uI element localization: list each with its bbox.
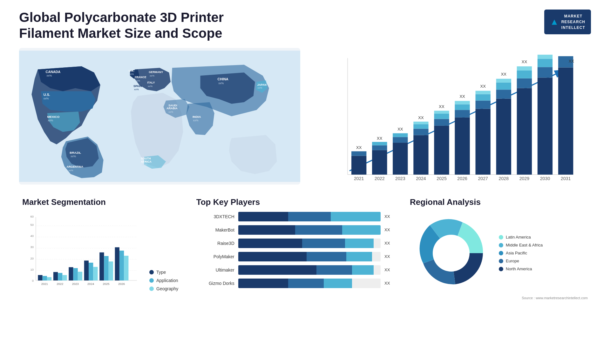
bar-seg2 [316,265,352,275]
svg-rect-88 [538,67,552,78]
svg-rect-119 [69,267,73,280]
players-container: Top Key Players 3DXTECH XX MakerBot [193,194,397,321]
label-middle-east: Middle East & Africa [506,243,543,247]
svg-text:GERMANY: GERMANY [149,71,163,74]
svg-text:2022: 2022 [375,176,385,181]
svg-text:30: 30 [30,245,34,249]
svg-text:XX: XX [460,94,465,99]
svg-text:SPAIN: SPAIN [133,84,142,87]
player-bar-ultimaker [238,265,381,275]
svg-text:XX: XX [439,104,445,109]
donut-area: Latin America Middle East & Africa Asia … [410,212,588,294]
svg-text:50: 50 [30,223,34,226]
svg-rect-75 [496,98,511,174]
legend-dot-application [149,278,154,283]
svg-text:XX: XX [418,115,424,120]
player-row-makerbot: MakerBot XX [196,225,394,235]
svg-text:2030: 2030 [540,176,550,181]
legend-item-type: Type [149,270,178,275]
bar-seg3 [345,239,374,248]
svg-rect-42 [372,145,387,150]
bar-seg3 [352,265,373,275]
svg-text:ARABIA: ARABIA [166,107,178,110]
bar-seg3 [342,225,381,235]
legend-latin-america: Latin America [499,235,543,239]
svg-text:MEXICO: MEXICO [47,115,60,118]
label-europe: Europe [506,259,519,263]
label-north-america: North America [506,266,532,271]
bar-seg3 [331,212,381,221]
svg-text:CHINA: CHINA [218,77,228,81]
svg-text:XX: XX [569,59,574,64]
bar-seg1 [238,265,317,275]
player-name-ultimaker: Ultimaker [196,267,234,273]
player-bar-raise3d [238,239,381,248]
svg-rect-76 [496,90,511,98]
player-name-3dxtech: 3DXTECH [196,214,234,219]
bar-seg1 [238,239,302,248]
svg-rect-38 [351,151,366,156]
segmentation-container: Market Segmentation 0 10 20 30 40 50 60 [19,194,184,321]
svg-rect-113 [47,277,51,280]
segmentation-chart-area: 0 10 20 30 40 50 60 [22,212,180,301]
svg-rect-124 [89,263,93,280]
svg-text:xx%: xx% [47,74,52,77]
svg-rect-87 [538,78,552,174]
svg-rect-84 [517,66,532,71]
bar-seg3 [346,252,372,261]
player-name-gizmo: Gizmo Dorks [196,281,234,286]
svg-rect-131 [115,247,119,280]
svg-rect-125 [93,267,98,280]
dot-middle-east [499,243,503,247]
dot-europe [499,259,503,263]
svg-text:XX: XX [377,136,383,140]
legend-north-america: North America [499,266,543,271]
bar-seg1 [238,225,295,235]
svg-text:xx%: xx% [257,86,262,89]
svg-text:XX: XX [397,127,403,131]
svg-text:xx%: xx% [129,73,134,76]
svg-text:xx%: xx% [48,119,53,122]
svg-text:2021: 2021 [41,282,48,286]
player-name-makerbot: MakerBot [196,227,234,233]
dot-north-america [499,267,503,271]
bar-seg2 [295,225,342,235]
svg-text:2025: 2025 [437,176,447,181]
svg-rect-43 [372,142,387,145]
svg-text:2024: 2024 [87,282,94,286]
svg-text:ARGENTINA: ARGENTINA [67,165,84,168]
svg-rect-70 [476,100,491,109]
svg-text:JAPAN: JAPAN [257,83,266,86]
regional-legend: Latin America Middle East & Africa Asia … [499,235,543,271]
svg-rect-115 [53,272,58,280]
legend-dot-type [149,270,154,274]
svg-text:XX: XX [501,72,507,77]
world-map-svg: CANADA xx% U.S. xx% MEXICO xx% BRAZIL xx… [19,48,300,185]
svg-text:0: 0 [32,279,34,282]
svg-rect-112 [43,276,47,280]
svg-rect-89 [538,59,552,67]
legend-item-application: Application [149,278,178,283]
legend-item-geography: Geography [149,286,178,291]
svg-text:2025: 2025 [103,282,110,286]
player-bar-3dxtech [238,212,381,221]
page-container: Global Polycarbonate 3D Printer Filament… [0,0,610,364]
svg-rect-69 [476,109,491,174]
logo-area: ▲ MARKET RESEARCH INTELLECT [544,10,591,34]
player-row-3dxtech: 3DXTECH XX [196,212,394,221]
logo-icon: ▲ [550,16,559,28]
player-val-ultimaker: XX [384,267,394,272]
svg-text:2021: 2021 [354,176,364,181]
svg-rect-52 [414,129,429,135]
svg-rect-132 [119,251,124,280]
bar-seg2 [288,279,324,288]
legend-europe: Europe [499,259,543,263]
svg-text:xx%: xx% [134,88,139,91]
svg-rect-64 [455,110,470,118]
segmentation-legend: Type Application Geography [149,270,178,301]
svg-rect-83 [517,71,532,78]
bar-seg2 [288,212,331,221]
player-bar-polymaker [238,252,381,261]
player-row-polymaker: PolyMaker XX [196,252,394,261]
svg-text:2023: 2023 [72,282,79,286]
